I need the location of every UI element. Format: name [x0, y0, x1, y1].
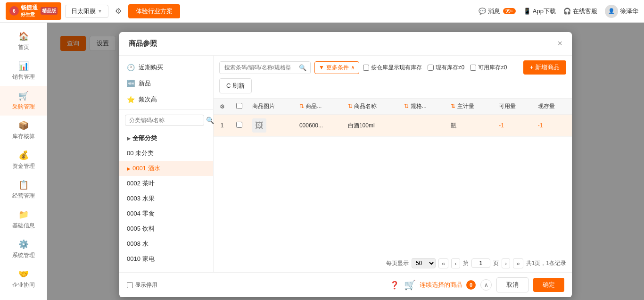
help-icon[interactable]: ❓	[390, 281, 399, 290]
app-download-item[interactable]: 📱 App下载	[523, 7, 556, 16]
navbar: 6 畅捷通 好生意 精品版 日太阳膜 ▼ ⚙ 体验行业方案 💬 消息 99+ 📱…	[0, 0, 644, 23]
sidebar-item-purchase[interactable]: 🛒 采购管理	[0, 86, 47, 116]
col-code-header[interactable]: ⇅ 商品...	[295, 99, 343, 115]
category-snack[interactable]: 0004 零食	[119, 206, 213, 221]
product-table: ⚙ 商品图片 ⇅ 商品...	[214, 99, 572, 254]
checkbox-available-input[interactable]	[470, 65, 476, 71]
filter-label: 更多条件	[326, 64, 349, 72]
select-all-checkbox[interactable]	[236, 103, 242, 109]
category-search-icon[interactable]: 🔍	[206, 117, 214, 124]
sidebar-item-sales[interactable]: 📊 销售管理	[0, 56, 47, 86]
category-fruit[interactable]: 0003 水果	[119, 191, 213, 206]
row-available: -1	[494, 115, 533, 137]
sidebar-item-basic[interactable]: 📁 基础信息	[0, 205, 47, 234]
checkbox-existing-input[interactable]	[428, 65, 434, 71]
logo: 6 畅捷通 好生意 精品版	[6, 2, 61, 19]
sidebar-item-finance[interactable]: 💰 资金管理	[0, 145, 47, 175]
product-search-box: 🔍	[219, 61, 311, 74]
sidebar: 🏠 首页 📊 销售管理 🛒 采购管理 📦 库存核算 💰 资金管理 📋 经营管理 …	[0, 23, 47, 300]
modal-toolbar: 🔍 ▼ 更多条件 ∧ 按仓库显示现有库存	[214, 56, 572, 99]
sidebar-item-home[interactable]: 🏠 首页	[0, 26, 47, 56]
modal-left-panel: 🕐 近期购买 🆕 新品 ⭐ 频次高	[119, 56, 214, 272]
show-disabled-checkbox[interactable]: 显示停用	[127, 281, 157, 289]
table-body: 1 🖼 000600... 白酒100ml	[214, 115, 572, 137]
col-name-header[interactable]: ⇅ 商品名称	[343, 99, 400, 115]
frequent-icon: ⭐	[127, 96, 135, 103]
col-checkbox-header[interactable]	[231, 99, 248, 115]
store-dropdown[interactable]: 日太阳膜 ▼	[65, 5, 108, 18]
dropdown-arrow: ▼	[98, 8, 102, 14]
checkbox-available-label: 可用库存≠0	[478, 64, 507, 72]
collapse-button[interactable]: ∧	[480, 279, 492, 291]
first-page-button[interactable]: «	[438, 258, 448, 268]
home-icon: 🏠	[18, 31, 29, 42]
category-beverage[interactable]: 0005 饮料	[119, 221, 213, 236]
row-spec	[399, 115, 446, 137]
col-unit-sort-icon: ⇅	[451, 103, 455, 109]
sidebar-item-inventory[interactable]: 📦 库存核算	[0, 116, 47, 145]
sidebar-item-business[interactable]: 📋 经营管理	[0, 175, 47, 205]
service-item[interactable]: 🎧 在线客服	[563, 7, 597, 16]
col-spec-sort-icon: ⇅	[404, 103, 409, 109]
last-page-button[interactable]: »	[513, 258, 523, 268]
logo-title: 畅捷通	[21, 4, 38, 11]
category-uncategorized[interactable]: 00 未分类	[119, 146, 213, 161]
checkbox-warehouse-input[interactable]	[363, 65, 369, 71]
filter-arrow: ∧	[351, 64, 355, 71]
sidebar-item-guide[interactable]: 📖 新手引导	[0, 294, 47, 300]
refresh-button[interactable]: C 刷新	[219, 78, 252, 93]
category-water[interactable]: 0008 水	[119, 236, 213, 251]
frequent-item[interactable]: ⭐ 频次高	[119, 92, 213, 108]
inventory-icon: 📦	[18, 120, 29, 131]
category-search-input[interactable]	[125, 115, 204, 126]
sidebar-item-system[interactable]: ⚙️ 系统管理	[0, 234, 47, 264]
add-product-button[interactable]: + 新增商品	[523, 60, 566, 75]
messages-item[interactable]: 💬 消息 99+	[479, 7, 516, 16]
new-products-item[interactable]: 🆕 新品	[119, 75, 213, 92]
prev-page-button[interactable]: ‹	[451, 258, 460, 268]
row-index: 1	[214, 115, 231, 137]
recent-purchases-item[interactable]: 🕐 近期购买	[119, 59, 213, 75]
modal-close-button[interactable]: ×	[557, 39, 562, 49]
row-checkbox[interactable]	[236, 122, 242, 128]
user-name: 徐泽华	[620, 7, 638, 16]
col-spec-header[interactable]: ⇅ 规格...	[399, 99, 446, 115]
page-number-input[interactable]	[471, 258, 490, 268]
cart-icon[interactable]: 🛒	[404, 279, 416, 291]
row-image: 🖼	[248, 115, 295, 137]
row-checkbox-cell[interactable]	[231, 115, 248, 137]
more-filter-button[interactable]: ▼ 更多条件 ∧	[314, 61, 359, 74]
col-code-sort-icon: ⇅	[299, 103, 304, 109]
category-all[interactable]: ▶ 全部分类	[119, 131, 213, 146]
table-row[interactable]: 1 🖼 000600... 白酒100ml	[214, 115, 572, 137]
logo-icon: 6	[9, 6, 19, 16]
checkbox-existing-stock[interactable]: 现有库存≠0	[428, 64, 464, 72]
trial-button[interactable]: 体验行业方案	[128, 4, 180, 18]
checkbox-available-stock[interactable]: 可用库存≠0	[470, 64, 507, 72]
category-appliance[interactable]: 0010 家电	[119, 251, 213, 267]
sidebar-label-home: 首页	[18, 43, 29, 51]
product-search-icon[interactable]: 🔍	[295, 62, 310, 74]
category-tea[interactable]: 0002 茶叶	[119, 176, 213, 191]
product-search-input[interactable]	[220, 62, 295, 73]
per-page-select[interactable]: 20 50 100	[412, 258, 436, 268]
show-disabled-input[interactable]	[127, 282, 133, 288]
sidebar-label-finance: 资金管理	[12, 162, 35, 170]
col-settings-header[interactable]: ⚙	[214, 99, 231, 115]
row-code: 000600...	[295, 115, 343, 137]
user-item[interactable]: 👤 徐泽华	[605, 5, 638, 18]
sidebar-item-collab[interactable]: 🤝 企业协同	[0, 264, 47, 294]
settings-icon[interactable]: ⚙	[112, 4, 124, 18]
table: ⚙ 商品图片 ⇅ 商品...	[214, 99, 572, 137]
category-alcohol[interactable]: ▶ 0001 酒水	[119, 161, 213, 176]
col-unit-header[interactable]: ⇅ 主计量	[446, 99, 494, 115]
checkbox-warehouse-stock[interactable]: 按仓库显示现有库存	[363, 64, 422, 72]
toolbar-checkboxes: 按仓库显示现有库存 现有库存≠0 可用库存≠0	[363, 64, 507, 72]
modal-footer: 显示停用 ❓ 🛒 连续选择的商品 0 ∧ 取消 确定	[119, 272, 572, 297]
system-icon: ⚙️	[18, 239, 29, 250]
next-page-button[interactable]: ›	[502, 258, 510, 268]
sidebar-label-purchase: 采购管理	[12, 103, 35, 111]
confirm-button[interactable]: 确定	[533, 278, 564, 292]
show-disabled-label: 显示停用	[135, 281, 157, 289]
cancel-button[interactable]: 取消	[496, 277, 528, 292]
